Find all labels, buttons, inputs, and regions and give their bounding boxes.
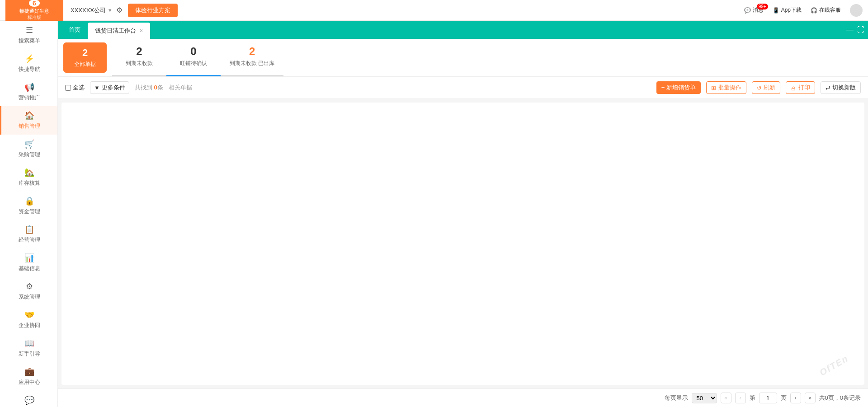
message-icon: 💬 (744, 7, 751, 14)
page-prev-button[interactable]: ‹ (735, 393, 746, 403)
page-next-button[interactable]: › (790, 393, 801, 403)
switch-label: 切换新版 (832, 84, 856, 92)
refresh-label: 刷新 (764, 84, 775, 92)
sidebar-item-wechat[interactable]: 💬 企业微信 (0, 391, 57, 407)
cooperation-icon: 🤝 (24, 310, 34, 320)
tab-minimize-icon[interactable]: — (846, 26, 854, 34)
app-download-button[interactable]: 📱 App下载 (773, 6, 802, 14)
pagination: 每页显示 20 50 100 « ‹ 第 页 › » 共0页，0条记录 (58, 388, 868, 407)
sidebar-item-search-menu[interactable]: ☰ 搜索菜单 (0, 21, 57, 49)
per-page-label: 每页显示 (665, 394, 688, 402)
select-all-label[interactable]: 全选 (65, 84, 85, 92)
select-all-checkbox[interactable] (65, 85, 71, 91)
logo-area: 6 畅捷通好生意 标准版 (5, 0, 63, 21)
user-avatar[interactable] (850, 4, 863, 17)
sidebar-label-purchase: 采购管理 (19, 151, 40, 159)
sidebar-item-app-center[interactable]: 💼 应用中心 (0, 362, 57, 391)
stat-card-overdue[interactable]: 2 到期未收款 (112, 39, 166, 76)
operations-icon: 📋 (24, 225, 34, 234)
sidebar-label-marketing: 营销推广 (19, 94, 40, 102)
company-selector[interactable]: XXXXXX公司 ▾ (71, 6, 112, 14)
switch-new-version-button[interactable]: ⇄ 切换新版 (821, 81, 861, 94)
batch-operation-button[interactable]: ⊞ 批量操作 (706, 81, 746, 94)
page-label: 第 (750, 394, 755, 402)
tab-bar-right: — ⛶ (846, 26, 864, 34)
batch-label: 批量操作 (718, 84, 741, 92)
app-download-icon: 📱 (773, 7, 779, 14)
purchase-icon: 🛒 (24, 139, 34, 149)
sidebar-label-guide: 新手引导 (19, 350, 40, 358)
sidebar-item-cooperation[interactable]: 🤝 企业协同 (0, 305, 57, 334)
sidebar-item-quick-nav[interactable]: ⚡ 快捷导航 (0, 49, 57, 78)
inventory-icon: 🏡 (24, 168, 34, 178)
per-page-select[interactable]: 20 50 100 (692, 393, 717, 403)
sidebar-label-sales: 销售管理 (19, 122, 40, 130)
found-prefix: 共找到 (135, 84, 152, 91)
page-input[interactable] (759, 393, 777, 403)
tab-close-icon[interactable]: × (140, 28, 143, 34)
tab-active-workbench[interactable]: 钱货日清工作台 × (88, 23, 150, 39)
stat-card-all[interactable]: 2 全部单据 (58, 39, 112, 76)
page-of-label: 页 (781, 394, 787, 402)
sidebar-label-app-center: 应用中心 (19, 379, 40, 386)
company-name: XXXXXX公司 (71, 6, 106, 14)
related-label: 相关单据 (169, 84, 192, 92)
sidebar-item-marketing[interactable]: 📢 营销推广 (0, 78, 57, 106)
base-info-icon: 📊 (24, 253, 34, 263)
switch-icon: ⇄ (826, 84, 830, 91)
tab-expand-icon[interactable]: ⛶ (857, 26, 864, 34)
marketing-icon: 📢 (24, 82, 34, 92)
table-area (61, 103, 864, 385)
avatar-img (850, 4, 863, 17)
sidebar-item-operations[interactable]: 📋 经营管理 (0, 220, 57, 248)
top-right-area: 💬 消息 99+ 📱 App下载 🎧 在线客服 (744, 4, 863, 17)
stat-card-not-out[interactable]: 2 到期未收款 已出库 (221, 39, 283, 76)
stat-num-pending: 0 (190, 45, 196, 58)
toolbar: 全选 ▼ 更多条件 共找到 0条 相关单据 + 新增销货单 ⊞ 批量操作 (58, 77, 868, 99)
batch-icon: ⊞ (711, 84, 716, 91)
filter-button[interactable]: ▼ 更多条件 (90, 81, 129, 94)
tab-home[interactable]: 首页 (61, 21, 88, 39)
stat-label-not-out: 到期未收款 已出库 (230, 60, 274, 67)
toolbar-right: + 新增销货单 ⊞ 批量操作 ↺ 刷新 🖨 打印 ⇄ (656, 81, 861, 94)
sidebar-item-system[interactable]: ⚙ 系统管理 (0, 277, 57, 305)
total-info: 共0页，0条记录 (819, 394, 861, 402)
sidebar-item-base-info[interactable]: 📊 基础信息 (0, 248, 57, 277)
sidebar-label-base-info: 基础信息 (19, 265, 40, 272)
sidebar-item-sales[interactable]: 🏠 销售管理 (0, 106, 57, 135)
print-label: 打印 (798, 84, 810, 92)
app-center-icon: 💼 (24, 367, 34, 377)
refresh-icon: ↺ (757, 84, 762, 91)
page-first-button[interactable]: « (721, 393, 731, 403)
sidebar-label-cooperation: 企业协同 (19, 322, 40, 329)
system-icon: ⚙ (26, 281, 33, 291)
stat-num-overdue: 2 (136, 45, 142, 58)
sidebar-item-finance[interactable]: 🔒 资金管理 (0, 192, 57, 220)
settings-icon[interactable]: ⚙ (116, 6, 123, 14)
print-button[interactable]: 🖨 打印 (786, 81, 815, 94)
app-name: 畅捷通好生意 (19, 8, 49, 14)
messages-badge: 99+ (757, 4, 768, 9)
layout: ☰ 搜索菜单 ⚡ 快捷导航 📢 营销推广 🏠 销售管理 🛒 采购管理 🏡 库存核… (0, 21, 868, 407)
sidebar: ☰ 搜索菜单 ⚡ 快捷导航 📢 营销推广 🏠 销售管理 🛒 采购管理 🏡 库存核… (0, 21, 58, 407)
filter-icon: ▼ (94, 84, 100, 91)
app-download-label: App下载 (781, 6, 802, 14)
sidebar-item-inventory[interactable]: 🏡 库存核算 (0, 163, 57, 192)
main-content: 首页 钱货日清工作台 × — ⛶ 2 全部单据 (58, 21, 868, 407)
messages-button[interactable]: 💬 消息 99+ (744, 6, 764, 14)
refresh-button[interactable]: ↺ 刷新 (752, 81, 780, 94)
company-dropdown-icon[interactable]: ▾ (108, 7, 112, 14)
sidebar-item-guide[interactable]: 📖 新手引导 (0, 334, 57, 362)
add-sale-button[interactable]: + 新增销货单 (656, 81, 701, 94)
sidebar-label-finance: 资金管理 (19, 208, 40, 215)
sidebar-item-purchase[interactable]: 🛒 采购管理 (0, 135, 57, 163)
tab-home-label: 首页 (69, 26, 80, 34)
trial-button[interactable]: 体验行业方案 (128, 4, 178, 17)
guide-icon: 📖 (24, 338, 34, 348)
stat-card-pending[interactable]: 0 旺铺待确认 (166, 39, 221, 76)
page-last-button[interactable]: » (805, 393, 816, 403)
top-bar: 6 畅捷通好生意 标准版 XXXXXX公司 ▾ ⚙ 体验行业方案 💬 消息 99… (0, 0, 868, 21)
tab-bar: 首页 钱货日清工作台 × — ⛶ (58, 21, 868, 39)
online-service-button[interactable]: 🎧 在线客服 (811, 6, 841, 14)
sales-icon: 🏠 (24, 111, 34, 121)
